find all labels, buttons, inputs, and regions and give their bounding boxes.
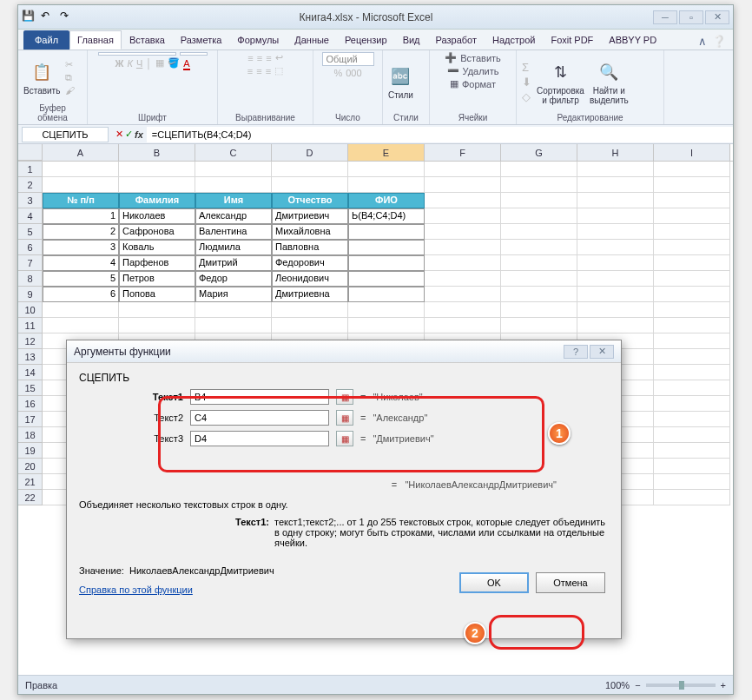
cell[interactable] bbox=[501, 302, 577, 318]
tab-file[interactable]: Файл bbox=[23, 30, 69, 50]
cell[interactable] bbox=[425, 177, 501, 193]
cell[interactable]: Коваль bbox=[119, 240, 195, 255]
cell[interactable] bbox=[501, 271, 577, 287]
col-header[interactable]: E bbox=[348, 144, 425, 161]
undo-icon[interactable]: ↶ bbox=[41, 10, 56, 25]
clear-icon[interactable]: ◇ bbox=[522, 90, 531, 103]
formula-input[interactable] bbox=[147, 127, 733, 142]
cell[interactable] bbox=[501, 193, 577, 208]
row-header[interactable]: 22 bbox=[18, 490, 43, 505]
confirm-formula-icon[interactable]: ✓ bbox=[125, 129, 133, 140]
cell[interactable] bbox=[43, 177, 119, 193]
cell[interactable] bbox=[577, 177, 654, 193]
cell[interactable] bbox=[348, 318, 425, 333]
cell[interactable] bbox=[425, 240, 501, 255]
minimize-ribbon-icon[interactable]: ∧ bbox=[698, 35, 707, 48]
cell[interactable]: Фамилия bbox=[119, 193, 195, 208]
row-header[interactable]: 18 bbox=[18, 427, 43, 443]
cell[interactable] bbox=[195, 177, 272, 193]
underline-icon[interactable]: Ч bbox=[136, 58, 142, 69]
dialog-close-button[interactable]: ✕ bbox=[590, 345, 614, 359]
zoom-in-icon[interactable]: + bbox=[721, 680, 726, 690]
tab-review[interactable]: Рецензир bbox=[337, 30, 395, 50]
find-select-button[interactable]: 🔍 Найти и выделить bbox=[590, 60, 629, 105]
cell[interactable] bbox=[425, 318, 501, 333]
paste-button[interactable]: 📋 Вставить bbox=[23, 60, 60, 96]
cell[interactable] bbox=[654, 177, 730, 193]
cells-insert-button[interactable]: ➕Вставить bbox=[445, 52, 501, 63]
cell[interactable] bbox=[43, 162, 119, 177]
cell[interactable] bbox=[425, 193, 501, 208]
cell[interactable] bbox=[501, 287, 577, 302]
font-color-icon[interactable]: A bbox=[183, 58, 189, 69]
cell[interactable] bbox=[577, 162, 654, 177]
cell[interactable] bbox=[654, 302, 730, 318]
cell[interactable]: Сафронова bbox=[119, 224, 195, 240]
cell[interactable]: Людмила bbox=[195, 240, 272, 255]
cell[interactable] bbox=[348, 162, 425, 177]
cell[interactable]: Дмитриевна bbox=[272, 287, 348, 302]
tab-developer[interactable]: Разработ bbox=[428, 30, 485, 50]
cell[interactable]: Попова bbox=[119, 287, 195, 302]
cell[interactable] bbox=[272, 177, 348, 193]
align-right-icon[interactable]: ≡ bbox=[266, 66, 271, 76]
tab-formulas[interactable]: Формулы bbox=[229, 30, 287, 50]
close-button[interactable]: ✕ bbox=[705, 10, 729, 24]
cell[interactable] bbox=[577, 302, 654, 318]
cell[interactable] bbox=[577, 208, 654, 224]
cell[interactable] bbox=[654, 193, 730, 208]
row-header[interactable]: 1 bbox=[18, 162, 43, 177]
cell[interactable]: Дмитрий bbox=[195, 255, 272, 271]
row-header[interactable]: 3 bbox=[18, 193, 43, 208]
cell[interactable] bbox=[501, 162, 577, 177]
cell[interactable] bbox=[501, 255, 577, 271]
cell[interactable] bbox=[654, 318, 730, 333]
cancel-formula-icon[interactable]: ✕ bbox=[115, 129, 123, 140]
cell[interactable]: Валентина bbox=[195, 224, 272, 240]
cell[interactable] bbox=[348, 302, 425, 318]
cell[interactable] bbox=[43, 318, 119, 333]
styles-button[interactable]: 🔤 Стили bbox=[388, 64, 413, 100]
cell[interactable]: 4 bbox=[43, 255, 119, 271]
maximize-button[interactable]: ▫ bbox=[679, 10, 703, 24]
cancel-button[interactable]: Отмена bbox=[536, 572, 605, 593]
cell[interactable] bbox=[195, 162, 272, 177]
cell[interactable] bbox=[654, 474, 730, 490]
cell[interactable] bbox=[195, 302, 272, 318]
insert-function-icon[interactable]: fx bbox=[135, 129, 143, 140]
cell[interactable]: 5 bbox=[43, 271, 119, 287]
cell[interactable] bbox=[577, 287, 654, 302]
cell[interactable]: Федорович bbox=[272, 255, 348, 271]
col-header[interactable]: A bbox=[43, 144, 119, 161]
zoom-slider[interactable] bbox=[646, 683, 716, 687]
cell[interactable] bbox=[577, 255, 654, 271]
align-left-icon[interactable]: ≡ bbox=[247, 66, 253, 76]
ok-button[interactable]: OK bbox=[459, 572, 529, 593]
cells-delete-button[interactable]: ➖Удалить bbox=[447, 65, 499, 76]
row-header[interactable]: 14 bbox=[18, 365, 43, 380]
col-header[interactable]: B bbox=[119, 144, 195, 161]
cell[interactable]: Ь(B4;C4;D4) bbox=[348, 208, 425, 224]
align-middle-icon[interactable]: ≡ bbox=[257, 53, 262, 63]
col-header[interactable]: G bbox=[501, 144, 577, 161]
cut-icon[interactable]: ✂ bbox=[65, 59, 75, 70]
row-header[interactable]: 8 bbox=[18, 271, 43, 287]
sort-filter-button[interactable]: ⇅ Сортировка и фильтр bbox=[537, 60, 584, 105]
row-header[interactable]: 6 bbox=[18, 240, 43, 255]
row-header[interactable]: 19 bbox=[18, 443, 43, 459]
merge-icon[interactable]: ⬚ bbox=[274, 65, 283, 76]
tab-view[interactable]: Вид bbox=[395, 30, 428, 50]
autosum-icon[interactable]: Σ bbox=[522, 61, 531, 74]
bold-icon[interactable]: Ж bbox=[115, 58, 124, 69]
cell[interactable]: ФИО bbox=[348, 193, 425, 208]
tab-addins[interactable]: Надстрой bbox=[485, 30, 543, 50]
col-header[interactable]: I bbox=[654, 144, 730, 161]
cell[interactable] bbox=[272, 162, 348, 177]
cell[interactable]: Николаев bbox=[119, 208, 195, 224]
cell[interactable] bbox=[425, 224, 501, 240]
tab-layout[interactable]: Разметка bbox=[173, 30, 230, 50]
format-painter-icon[interactable]: 🖌 bbox=[65, 85, 75, 96]
cell[interactable] bbox=[348, 240, 425, 255]
cell[interactable] bbox=[654, 208, 730, 224]
cell[interactable]: 6 bbox=[43, 287, 119, 302]
